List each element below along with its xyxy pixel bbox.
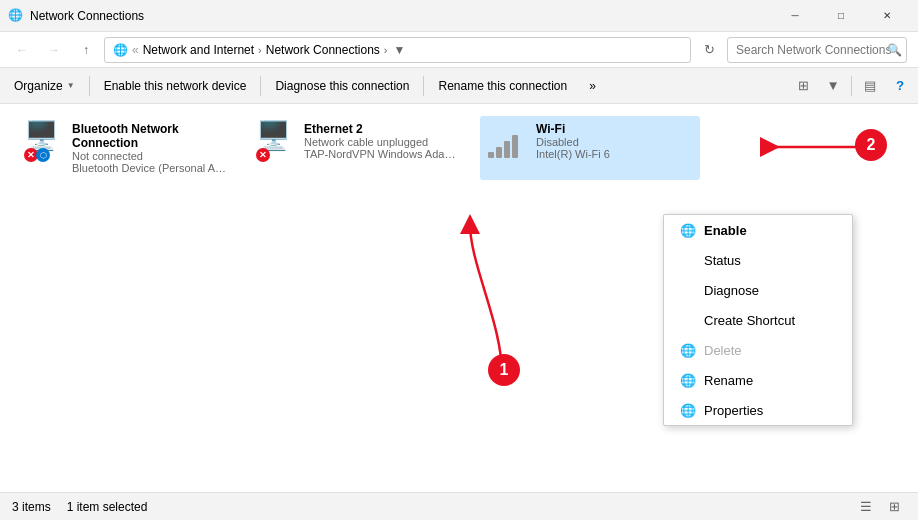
context-diagnose-label: Diagnose xyxy=(704,283,759,298)
rename-icon: 🌐 xyxy=(680,372,696,388)
bluetooth-status: Not connected xyxy=(72,150,228,162)
more-button[interactable]: » xyxy=(579,72,606,100)
breadcrumb-sep-1: › xyxy=(258,44,262,56)
search-icon: 🔍 xyxy=(887,43,902,57)
wifi-icon-container xyxy=(488,122,528,162)
status-list-view[interactable]: ☰ xyxy=(854,495,878,519)
status-icon xyxy=(680,252,696,268)
context-menu-diagnose[interactable]: Diagnose xyxy=(664,275,852,305)
wifi-status: Disabled xyxy=(536,136,692,148)
toolbar-separator-4 xyxy=(851,76,852,96)
help-button[interactable]: ? xyxy=(886,72,914,100)
ethernet-computer-icon: 🖥️ xyxy=(256,120,291,151)
window-icon: 🌐 xyxy=(8,8,24,24)
annotation-arrow-1 xyxy=(430,204,550,384)
search-input[interactable] xyxy=(727,37,907,63)
annotation-arrow-2 xyxy=(760,132,870,162)
toolbar: Organize ▼ Enable this network device Di… xyxy=(0,68,918,104)
toolbar-right: ⊞ ▼ ▤ ? xyxy=(789,72,914,100)
wifi-device: Intel(R) Wi-Fi 6 xyxy=(536,148,692,160)
main-content: 🖥️ ✕ ⬡ Bluetooth Network Connection Not … xyxy=(0,104,918,492)
minimize-button[interactable]: ─ xyxy=(772,0,818,32)
network-item-bluetooth[interactable]: 🖥️ ✕ ⬡ Bluetooth Network Connection Not … xyxy=(16,116,236,180)
context-enable-label: Enable xyxy=(704,223,747,238)
enable-icon: 🌐 xyxy=(680,222,696,238)
context-menu-enable[interactable]: 🌐 Enable xyxy=(664,215,852,245)
refresh-button[interactable]: ↻ xyxy=(695,36,723,64)
status-right-controls: ☰ ⊞ xyxy=(854,495,906,519)
address-icon: 🌐 xyxy=(113,43,128,57)
enable-device-button[interactable]: Enable this network device xyxy=(94,72,257,100)
enable-device-label: Enable this network device xyxy=(104,79,247,93)
item-count: 3 items xyxy=(12,500,51,514)
breadcrumb-sep-2: › xyxy=(384,44,388,56)
diagnose-icon xyxy=(680,282,696,298)
context-menu-rename[interactable]: 🌐 Rename xyxy=(664,365,852,395)
context-menu-delete: 🌐 Delete xyxy=(664,335,852,365)
context-create-shortcut-label: Create Shortcut xyxy=(704,313,795,328)
bluetooth-name: Bluetooth Network Connection xyxy=(72,122,228,150)
view-dropdown-button[interactable]: ▼ xyxy=(819,72,847,100)
rename-label: Rename this connection xyxy=(438,79,567,93)
rename-button[interactable]: Rename this connection xyxy=(428,72,577,100)
diagnose-button[interactable]: Diagnose this connection xyxy=(265,72,419,100)
ethernet-icon-container: 🖥️ ✕ xyxy=(256,122,296,162)
network-item-ethernet[interactable]: 🖥️ ✕ Ethernet 2 Network cable unplugged … xyxy=(248,116,468,180)
context-rename-label: Rename xyxy=(704,373,753,388)
breadcrumb-separator-0: « xyxy=(132,43,139,57)
back-button[interactable]: ← xyxy=(8,36,36,64)
forward-button[interactable]: → xyxy=(40,36,68,64)
status-grid-view[interactable]: ⊞ xyxy=(882,495,906,519)
window-title: Network Connections xyxy=(30,9,772,23)
context-delete-label: Delete xyxy=(704,343,742,358)
toolbar-separator-2 xyxy=(260,76,261,96)
bluetooth-bt-badge: ⬡ xyxy=(36,148,50,162)
wifi-info: Wi-Fi Disabled Intel(R) Wi-Fi 6 xyxy=(536,122,692,160)
more-label: » xyxy=(589,79,596,93)
context-menu-status[interactable]: Status xyxy=(664,245,852,275)
create-shortcut-icon xyxy=(680,312,696,328)
wifi-bar-4 xyxy=(512,135,518,158)
breadcrumb-network-internet[interactable]: Network and Internet xyxy=(143,43,254,57)
breadcrumb-network-connections[interactable]: Network Connections xyxy=(266,43,380,57)
properties-icon: 🌐 xyxy=(680,402,696,418)
bluetooth-device: Bluetooth Device (Personal Area ... xyxy=(72,162,228,174)
wifi-signal-bars xyxy=(488,130,528,158)
details-pane-button[interactable]: ▤ xyxy=(856,72,884,100)
annotation-1: 1 xyxy=(488,354,520,386)
toolbar-separator-3 xyxy=(423,76,424,96)
status-bar: 3 items 1 item selected ☰ ⊞ xyxy=(0,492,918,520)
up-button[interactable]: ↑ xyxy=(72,36,100,64)
organize-chevron: ▼ xyxy=(67,81,75,90)
ethernet-info: Ethernet 2 Network cable unplugged TAP-N… xyxy=(304,122,460,160)
ethernet-x-badge: ✕ xyxy=(256,148,270,162)
bluetooth-icon-container: 🖥️ ✕ ⬡ xyxy=(24,122,64,162)
close-button[interactable]: ✕ xyxy=(864,0,910,32)
network-item-wifi[interactable]: Wi-Fi Disabled Intel(R) Wi-Fi 6 xyxy=(480,116,700,180)
ethernet-name: Ethernet 2 xyxy=(304,122,460,136)
view-toggle-button[interactable]: ⊞ xyxy=(789,72,817,100)
context-status-label: Status xyxy=(704,253,741,268)
address-path[interactable]: 🌐 « Network and Internet › Network Conne… xyxy=(104,37,691,63)
maximize-button[interactable]: □ xyxy=(818,0,864,32)
bluetooth-computer-icon: 🖥️ xyxy=(24,120,59,151)
delete-icon: 🌐 xyxy=(680,342,696,358)
bluetooth-info: Bluetooth Network Connection Not connect… xyxy=(72,122,228,174)
annotation-2: 2 xyxy=(855,129,887,161)
diagnose-label: Diagnose this connection xyxy=(275,79,409,93)
selected-count: 1 item selected xyxy=(67,500,148,514)
wifi-name: Wi-Fi xyxy=(536,122,692,136)
context-menu-properties[interactable]: 🌐 Properties xyxy=(664,395,852,425)
wifi-bar-1 xyxy=(488,152,494,158)
ethernet-status: Network cable unplugged xyxy=(304,136,460,148)
wifi-bar-2 xyxy=(496,147,502,158)
title-bar: 🌐 Network Connections ─ □ ✕ xyxy=(0,0,918,32)
wifi-bar-3 xyxy=(504,141,510,158)
organize-label: Organize xyxy=(14,79,63,93)
organize-button[interactable]: Organize ▼ xyxy=(4,72,85,100)
window-controls: ─ □ ✕ xyxy=(772,0,910,32)
context-menu-create-shortcut[interactable]: Create Shortcut xyxy=(664,305,852,335)
toolbar-separator-1 xyxy=(89,76,90,96)
context-properties-label: Properties xyxy=(704,403,763,418)
address-dropdown-icon[interactable]: ▼ xyxy=(392,41,408,59)
